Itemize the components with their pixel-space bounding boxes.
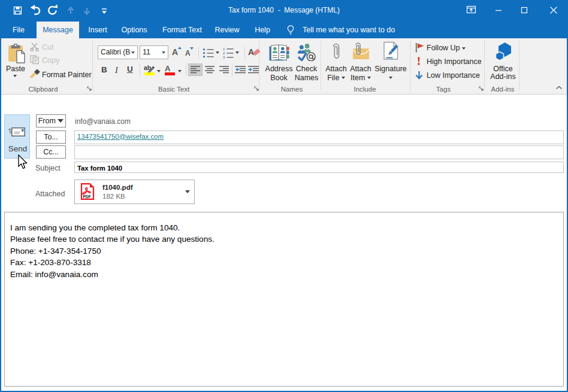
- svg-text:3: 3: [223, 56, 225, 59]
- svg-text:PDF: PDF: [83, 195, 91, 199]
- svg-text:2: 2: [223, 51, 225, 55]
- svg-text:1: 1: [223, 47, 225, 51]
